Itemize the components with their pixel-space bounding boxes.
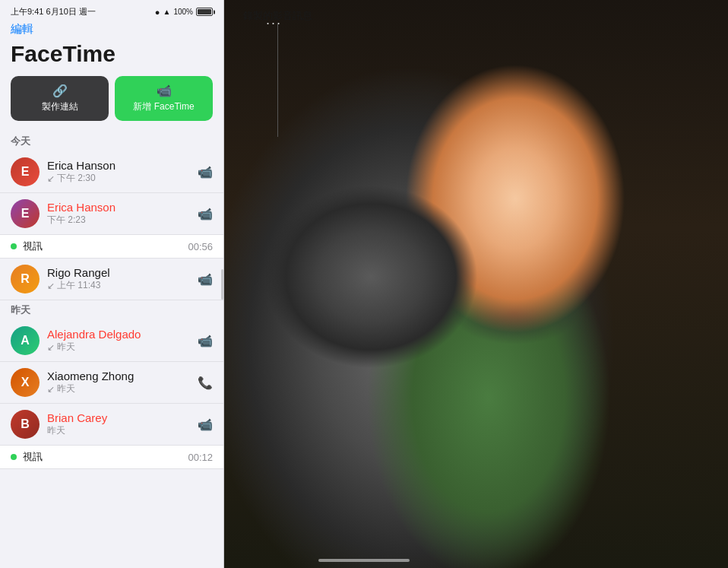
call-arrow-erica1: ↙ — [47, 173, 55, 184]
call-info-erica1: Erica Hanson ↙ 下午 2:30 — [47, 159, 198, 185]
video-call-icon-brian[interactable]: 📹 — [198, 417, 213, 432]
status-indicators: ● ▲ 100% — [155, 8, 213, 17]
call-name-rigo: Rigo Rangel — [47, 266, 198, 279]
home-indicator — [318, 559, 410, 562]
call-item-erica2[interactable]: E Erica Hanson 下午 2:23 📹 — [0, 193, 223, 235]
status-time-date: 上午9:41 6月10日 週一 — [11, 6, 96, 17]
annotation-line — [277, 23, 278, 137]
avatar-brian: B — [11, 410, 40, 439]
call-detail-xiaomeng: ↙ 昨天 — [47, 382, 198, 395]
phone-call-icon-xiaomeng[interactable]: 📞 — [198, 376, 213, 390]
call-info-erica2: Erica Hanson 下午 2:23 — [47, 201, 198, 227]
call-item-brian[interactable]: B Brian Carey 昨天 📹 — [0, 404, 223, 446]
yesterday-section-header: 昨天 — [0, 300, 223, 320]
call-arrow-alejandra: ↙ — [47, 342, 55, 353]
avatar-alejandra: A — [11, 326, 40, 355]
video-call-icon-alejandra[interactable]: 📹 — [198, 334, 213, 348]
today-section-header: 今天 — [0, 132, 223, 151]
video-message-erica2[interactable]: 視訊 00:56 — [0, 235, 223, 259]
video-msg-label-erica2: 視訊 — [23, 240, 182, 253]
call-info-alejandra: Alejandra Delgado ↙ 昨天 — [47, 328, 198, 354]
cat-photo — [249, 170, 492, 383]
call-info-rigo: Rigo Rangel ↙ 上午 11:43 — [47, 266, 198, 292]
avatar-erica2: E — [11, 199, 40, 228]
call-name-erica2: Erica Hanson — [47, 201, 198, 214]
battery-icon — [196, 8, 213, 16]
video-msg-duration-erica2: 00:56 — [188, 241, 213, 252]
call-name-brian: Brian Carey — [47, 411, 198, 424]
call-detail-alejandra: ↙ 昨天 — [47, 341, 198, 354]
video-msg-label-brian: 視訊 — [23, 450, 182, 464]
call-name-alejandra: Alejandra Delgado — [47, 328, 198, 341]
avatar-rigo: R — [11, 265, 40, 294]
action-buttons-row: 🔗 製作連結 📹 新增 FaceTime — [0, 76, 223, 132]
video-camera-icon: 📹 — [157, 84, 172, 98]
call-item-alejandra[interactable]: A Alejandra Delgado ↙ 昨天 📹 — [0, 320, 223, 362]
video-message-brian[interactable]: 視訊 00:12 — [0, 446, 223, 469]
avatar-erica1: E — [11, 157, 40, 186]
call-arrow-xiaomeng: ↙ — [47, 384, 55, 395]
link-icon: 🔗 — [52, 84, 68, 98]
video-call-icon-rigo[interactable]: 📹 — [198, 272, 213, 287]
scroll-indicator — [221, 269, 223, 300]
call-time-brian: 昨天 — [47, 424, 65, 437]
app-title: FaceTime — [0, 41, 223, 76]
call-detail-brian: 昨天 — [47, 424, 198, 437]
new-facetime-label: 新增 FaceTime — [133, 100, 194, 113]
annotation-text: 錄製的影音訊息 — [243, 9, 312, 23]
call-name-xiaomeng: Xiaomeng Zhong — [47, 370, 198, 382]
unread-dot-brian — [11, 454, 17, 460]
call-item-xiaomeng[interactable]: X Xiaomeng Zhong ↙ 昨天 📞 — [0, 362, 223, 404]
call-time-erica1: 下午 2:30 — [57, 172, 96, 185]
call-item-rigo[interactable]: R Rigo Rangel ↙ 上午 11:43 📹 — [0, 259, 223, 300]
battery-percent: 100% — [173, 8, 193, 16]
call-info-xiaomeng: Xiaomeng Zhong ↙ 昨天 — [47, 370, 198, 395]
status-time: 上午9:41 — [11, 7, 43, 16]
annotation-tooltip: 錄製的影音訊息 — [243, 9, 312, 137]
status-date: 6月10日 週一 — [46, 7, 95, 16]
call-detail-rigo: ↙ 上午 11:43 — [47, 279, 198, 292]
create-link-button[interactable]: 🔗 製作連結 — [11, 76, 109, 121]
call-time-xiaomeng: 昨天 — [57, 382, 75, 395]
avatar-xiaomeng: X — [11, 368, 40, 397]
call-name-erica1: Erica Hanson — [47, 159, 198, 172]
video-call-icon-erica1[interactable]: 📹 — [198, 165, 213, 179]
edit-button[interactable]: 編輯 — [0, 21, 223, 41]
video-call-icon-erica2[interactable]: 📹 — [198, 207, 213, 221]
video-msg-duration-brian: 00:12 — [188, 452, 213, 463]
status-bar: 上午9:41 6月10日 週一 ● ▲ 100% — [0, 0, 223, 21]
sidebar: 上午9:41 6月10日 週一 ● ▲ 100% 編輯 FaceTime 🔗 製… — [0, 0, 224, 568]
call-time-alejandra: 昨天 — [57, 341, 75, 354]
call-arrow-rigo: ↙ — [47, 281, 55, 291]
call-detail-erica2: 下午 2:23 — [47, 214, 198, 227]
call-time-erica2: 下午 2:23 — [47, 214, 86, 227]
wifi-icon: ▲ — [163, 8, 171, 16]
signal-icon: ● — [155, 8, 160, 17]
call-detail-erica1: ↙ 下午 2:30 — [47, 172, 198, 185]
battery-fill — [198, 9, 211, 14]
unread-dot-erica2 — [11, 243, 17, 249]
call-item-erica1[interactable]: E Erica Hanson ↙ 下午 2:30 📹 — [0, 151, 223, 193]
call-info-brian: Brian Carey 昨天 — [47, 411, 198, 437]
new-facetime-button[interactable]: 📹 新增 FaceTime — [115, 76, 213, 121]
call-time-rigo: 上午 11:43 — [57, 279, 100, 292]
create-link-label: 製作連結 — [42, 100, 78, 113]
